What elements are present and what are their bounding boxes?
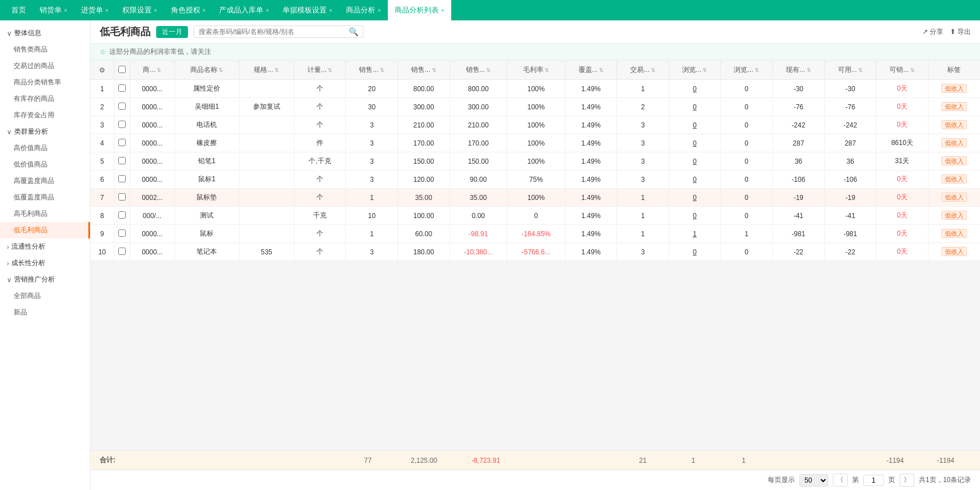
chevron-down-icon: › [7, 243, 9, 251]
sidebar-item-有库存的商品[interactable]: 有库存的商品 [0, 91, 90, 107]
share-button[interactable]: ↗ 分享 [922, 27, 943, 37]
col-transaction[interactable]: 交易... ⇅ [617, 61, 669, 80]
nav-close-icon[interactable]: × [105, 7, 109, 14]
cell-sales_amount: 800.00 [398, 80, 450, 98]
row-checkbox[interactable] [118, 121, 126, 128]
browse-link[interactable]: 0 [693, 103, 697, 111]
row-checkbox[interactable] [118, 157, 126, 164]
row-checkbox[interactable] [118, 103, 126, 110]
cell-transaction: 1 [617, 207, 669, 225]
cell-sales_amount: 35.00 [398, 189, 450, 207]
next-page-button[interactable]: 〉 [900, 474, 914, 487]
nav-close-icon[interactable]: × [441, 7, 444, 14]
sidebar-item-商品分类销售率[interactable]: 商品分类销售率 [0, 74, 90, 91]
sidebar-item-销售类商品[interactable]: 销售类商品 [0, 41, 90, 58]
search-input[interactable] [199, 28, 349, 36]
col-sales_amount[interactable]: 销售... ⇅ [398, 61, 450, 80]
col-saleable[interactable]: 可销... ⇅ [876, 61, 928, 80]
cell-saleable: 0天 [876, 243, 928, 261]
nav-item-商品分析列表[interactable]: 商品分析列表× [388, 0, 451, 20]
row-checkbox[interactable] [118, 175, 126, 182]
export-button[interactable]: ⬆ 导出 [950, 27, 971, 37]
browse-link[interactable]: 0 [693, 212, 697, 220]
browse-link[interactable]: 0 [693, 176, 697, 184]
col-browse2[interactable]: 浏览... ⇅ [721, 61, 773, 80]
col-name[interactable]: 商品名称 ⇅ [174, 61, 239, 80]
cell-current: -106 [773, 171, 825, 189]
nav-close-icon[interactable]: × [203, 7, 206, 14]
col-unit[interactable]: 计量... ⇅ [294, 61, 346, 80]
sidebar-item-高价值商品[interactable]: 高价值商品 [0, 140, 90, 156]
cell-gross_rate: 100% [507, 116, 566, 134]
col-gross_rate[interactable]: 毛利率 ⇅ [507, 61, 566, 80]
col-sales_profit[interactable]: 销售... ⇅ [450, 61, 507, 80]
nav-close-icon[interactable]: × [266, 7, 269, 14]
sidebar-group-成长性分析[interactable]: ›成长性分析 [0, 255, 90, 271]
browse-link[interactable]: 0 [693, 157, 697, 165]
sidebar-item-低毛利商品[interactable]: 低毛利商品 [0, 222, 90, 238]
sidebar-item-高毛利商品[interactable]: 高毛利商品 [0, 206, 90, 222]
col-available[interactable]: 可用... ⇅ [824, 61, 876, 80]
col-browse1[interactable]: 浏览... ⇅ [669, 61, 721, 80]
row-checkbox[interactable] [118, 229, 126, 237]
pagination-bar: 每页显示 50 20 100 〈 第 页 〉 共1页，10条记录 [91, 470, 980, 490]
browse-link[interactable]: 0 [693, 121, 697, 129]
nav-close-icon[interactable]: × [64, 7, 67, 14]
page-size-select[interactable]: 50 20 100 [799, 474, 828, 487]
col-current[interactable]: 现有... ⇅ [773, 61, 825, 80]
page-number-input[interactable] [863, 475, 884, 486]
cell-transaction: 2 [617, 98, 669, 116]
nav-close-icon[interactable]: × [329, 7, 332, 14]
cell-current: -22 [773, 243, 825, 261]
sidebar-group-流通性分析[interactable]: ›流通性分析 [0, 238, 90, 255]
cell-code: 0002... [130, 189, 174, 207]
browse-link[interactable]: 0 [693, 139, 697, 147]
nav-item-单据模板设置[interactable]: 单据模板设置× [276, 0, 339, 20]
row-checkbox[interactable] [118, 84, 126, 92]
nav-item-角色授权[interactable]: 角色授权× [164, 0, 213, 20]
browse-link[interactable]: 0 [693, 194, 697, 202]
browse-link[interactable]: 0 [693, 85, 697, 93]
sidebar-item-低覆盖度商品[interactable]: 低覆盖度商品 [0, 189, 90, 206]
sidebar-group-整体信息[interactable]: ∨整体信息 [0, 25, 90, 41]
col-sales_count[interactable]: 销售... ⇅ [346, 61, 398, 80]
select-all-checkbox[interactable] [118, 66, 126, 73]
col-coverage[interactable]: 覆盖... ⇅ [565, 61, 617, 80]
cell-name: 鼠标垫 [174, 189, 239, 207]
gear-icon[interactable]: ⚙ [99, 66, 105, 74]
prev-page-button[interactable]: 〈 [833, 474, 848, 487]
sidebar-item-全部商品[interactable]: 全部商品 [0, 288, 90, 304]
row-checkbox[interactable] [118, 193, 126, 201]
browse-link[interactable]: 1 [693, 230, 697, 238]
cell-name: 电话机 [174, 116, 239, 134]
nav-item-销货单[interactable]: 销货单× [33, 0, 74, 20]
cell-browse2: 0 [721, 189, 773, 207]
nav-item-权限设置[interactable]: 权限设置× [115, 0, 164, 20]
cell-sales_count: 3 [346, 134, 398, 152]
nav-close-icon[interactable]: × [378, 7, 381, 14]
cell-coverage: 1.49% [565, 207, 617, 225]
col-code[interactable]: 商... ⇅ [130, 61, 174, 80]
nav-item-商品分析[interactable]: 商品分析× [339, 0, 388, 20]
sidebar-group-类群量分析[interactable]: ∨类群量分析 [0, 123, 90, 140]
nav-item-进货单[interactable]: 进货单× [74, 0, 115, 20]
cell-gross_rate: 100% [507, 189, 566, 207]
row-checkbox[interactable] [118, 211, 126, 219]
sidebar-item-低价值商品[interactable]: 低价值商品 [0, 156, 90, 173]
row-checkbox[interactable] [118, 248, 126, 255]
nav-item-首页[interactable]: 首页 [5, 0, 33, 20]
sidebar-item-高覆盖度商品[interactable]: 高覆盖度商品 [0, 173, 90, 189]
sidebar-group-营销推广分析[interactable]: ∨营销推广分析 [0, 271, 90, 288]
search-box: 🔍 [194, 25, 363, 38]
browse-link[interactable]: 0 [693, 248, 697, 256]
row-checkbox[interactable] [118, 139, 126, 146]
time-filter-btn[interactable]: 近一月 [156, 26, 188, 38]
sidebar-item-交易过的商品[interactable]: 交易过的商品 [0, 58, 90, 74]
search-icon[interactable]: 🔍 [349, 27, 358, 36]
cell-unit: 个 [294, 243, 346, 261]
sidebar-item-库存资金占用[interactable]: 库存资金占用 [0, 107, 90, 123]
nav-close-icon[interactable]: × [154, 7, 157, 14]
col-spec[interactable]: 规格... ⇅ [239, 61, 294, 80]
nav-item-产成品入库单[interactable]: 产成品入库单× [212, 0, 276, 20]
sidebar-item-新品[interactable]: 新品 [0, 304, 90, 321]
